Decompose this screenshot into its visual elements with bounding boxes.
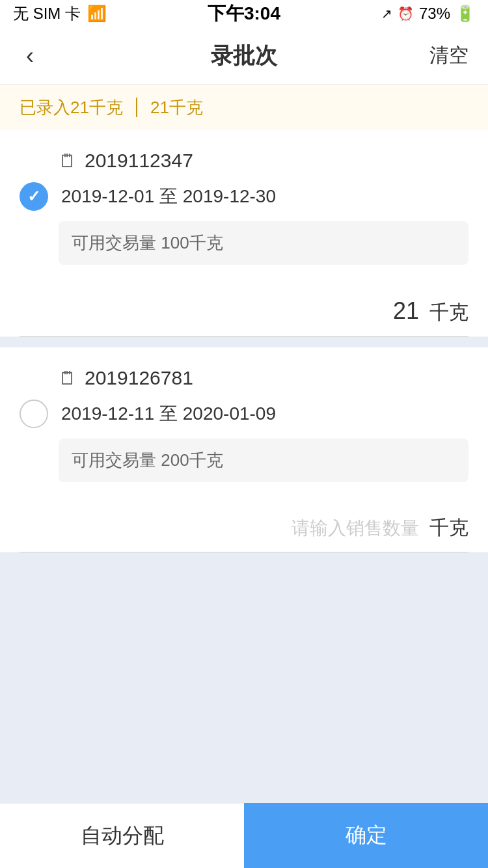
bottom-bar: 自动分配 确定 <box>0 803 488 868</box>
input-row-2: 请输入销售数量 千克 <box>0 502 488 552</box>
availability-1: 可用交易量 100千克 <box>59 221 468 265</box>
quantity-row-1: 21 千克 <box>0 284 488 336</box>
back-button[interactable]: ‹ <box>20 36 40 76</box>
quantity-unit-1: 千克 <box>429 299 468 326</box>
card1-header: 🗒 2019112347 <box>20 150 468 172</box>
status-left: 无 SIM 卡 📶 <box>13 3 107 24</box>
input-placeholder-2[interactable]: 请输入销售数量 <box>291 516 419 541</box>
checkbox-1[interactable]: ✓ <box>20 182 48 211</box>
date-range-1: 2019-12-01 至 2019-12-30 <box>61 184 276 209</box>
alarm-icon: ⏰ <box>398 6 414 21</box>
status-time: 下午3:04 <box>208 1 280 26</box>
confirm-button[interactable]: 确定 <box>244 803 488 868</box>
battery-text: 73% <box>419 5 450 23</box>
card2-header: 🗒 2019126781 <box>20 367 468 389</box>
batch-card-1: 🗒 2019112347 ✓ 2019-12-01 至 2019-12-30 可… <box>0 130 488 284</box>
page-title: 录批次 <box>211 41 277 71</box>
summary-bar: 已录入21千克 21千克 <box>0 85 488 130</box>
page-content: 已录入21千克 21千克 🗒 2019112347 ✓ 2019-12-01 至… <box>0 85 488 868</box>
card-separator <box>0 337 488 347</box>
summary-divider <box>136 98 137 117</box>
status-bar: 无 SIM 卡 📶 下午3:04 ↗ ⏰ 73% 🔋 <box>0 0 488 27</box>
carrier-text: 无 SIM 卡 <box>13 3 81 24</box>
card2-date-row[interactable]: 2019-12-11 至 2020-01-09 <box>20 400 468 428</box>
batch-card-2: 🗒 2019126781 2019-12-11 至 2020-01-09 可用交… <box>0 347 488 502</box>
summary-amount: 21千克 <box>150 96 203 119</box>
checkmark-1: ✓ <box>27 187 40 206</box>
batch-id-1: 2019112347 <box>85 150 193 172</box>
card1-date-row[interactable]: ✓ 2019-12-01 至 2019-12-30 <box>20 182 468 211</box>
availability-2: 可用交易量 200千克 <box>59 439 468 482</box>
nav-bar: ‹ 录批次 清空 <box>0 27 488 85</box>
doc-icon-1: 🗒 <box>59 150 77 172</box>
wifi-icon: 📶 <box>87 5 107 23</box>
recorded-label: 已录入21千克 <box>20 96 123 119</box>
checkbox-2[interactable] <box>20 400 48 428</box>
batch-id-2: 2019126781 <box>85 367 193 389</box>
location-icon: ↗ <box>381 6 392 21</box>
quantity-value-1[interactable]: 21 <box>393 297 419 325</box>
date-range-2: 2019-12-11 至 2020-01-09 <box>61 401 276 426</box>
battery-icon: 🔋 <box>455 5 475 23</box>
empty-area <box>0 552 488 845</box>
status-right: ↗ ⏰ 73% 🔋 <box>381 5 475 23</box>
doc-icon-2: 🗒 <box>59 368 77 389</box>
clear-button[interactable]: 清空 <box>429 42 468 69</box>
input-unit-2: 千克 <box>429 515 468 541</box>
auto-distribute-button[interactable]: 自动分配 <box>0 803 244 868</box>
